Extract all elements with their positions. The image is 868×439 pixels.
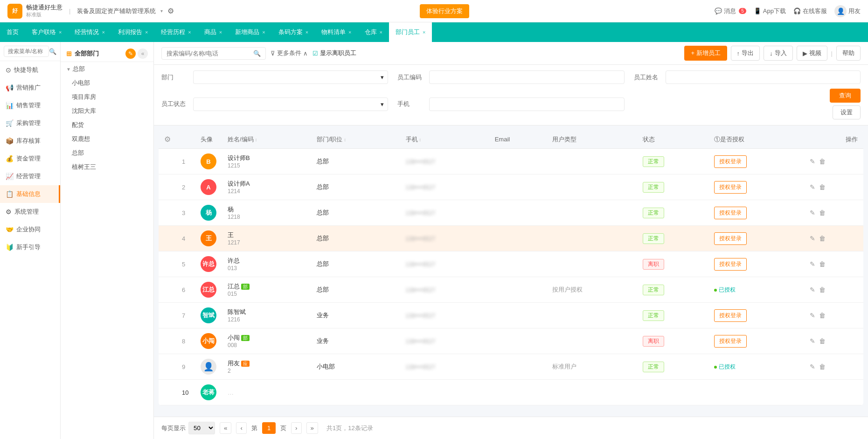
th-settings[interactable]: ⚙ xyxy=(159,130,176,149)
status-select[interactable]: ▾ xyxy=(193,98,388,111)
sidebar-item-sales[interactable]: 📊销售管理 xyxy=(0,97,60,114)
delete-icon[interactable]: 🗑 xyxy=(819,158,826,165)
edit-icon[interactable]: ✎ xyxy=(810,286,815,293)
sidebar-item-purchase[interactable]: 🛒采购管理 xyxy=(0,114,60,132)
auth-button[interactable]: 授权登录 xyxy=(714,335,747,348)
export-button[interactable]: ↑ 导出 xyxy=(731,46,760,61)
nav-close-icon[interactable]: × xyxy=(188,29,191,35)
sidebar-item-marketing[interactable]: 📢营销推广 xyxy=(0,79,60,97)
auth-button[interactable]: 授权登录 xyxy=(714,207,747,219)
more-filters-btn[interactable]: ⊽ 更多条件 ∧ xyxy=(271,49,308,57)
nav-item-部门员工[interactable]: 部门员工× xyxy=(389,22,432,42)
nav-close-icon[interactable]: × xyxy=(348,29,351,35)
auth-button[interactable]: 授权登录 xyxy=(714,232,747,245)
search-input[interactable] xyxy=(167,50,250,57)
tree-add-btn[interactable]: ✎ xyxy=(125,49,136,59)
sidebar-item-guide[interactable]: 🔰新手引导 xyxy=(0,238,60,256)
th-name[interactable]: 姓名/编码 xyxy=(222,130,311,149)
nav-item-经营历程[interactable]: 经营历程× xyxy=(154,22,197,42)
nav-close-icon[interactable]: × xyxy=(219,29,222,35)
th-phone[interactable]: 手机 xyxy=(400,130,489,149)
name-input[interactable] xyxy=(666,70,861,84)
nav-close-icon[interactable]: × xyxy=(423,29,425,35)
import-button[interactable]: ↓ 导入 xyxy=(764,46,793,61)
delete-icon[interactable]: 🗑 xyxy=(819,209,826,216)
system-title-arrow[interactable]: ▾ xyxy=(160,8,163,14)
nav-close-icon[interactable]: × xyxy=(102,29,104,35)
tree-node[interactable]: 配货 xyxy=(61,118,153,132)
add-employee-button[interactable]: + 新增员工 xyxy=(684,46,727,61)
delete-icon[interactable]: 🗑 xyxy=(819,235,826,242)
nav-item-经营情况[interactable]: 经营情况× xyxy=(68,22,111,42)
edit-icon[interactable]: ✎ xyxy=(810,337,815,345)
delete-icon[interactable]: 🗑 xyxy=(819,363,826,370)
delete-icon[interactable]: 🗑 xyxy=(819,260,826,268)
view-button[interactable]: ▶ 视频 xyxy=(797,46,827,61)
nav-item-新增商品[interactable]: 新增商品× xyxy=(229,22,271,42)
th-dept[interactable]: 部门/职位 xyxy=(311,130,400,149)
nav-item-条码方案[interactable]: 条码方案× xyxy=(272,22,315,42)
tree-collapse-btn[interactable]: « xyxy=(138,49,148,59)
edit-icon[interactable]: ✎ xyxy=(810,209,815,216)
nav-item-商品[interactable]: 商品× xyxy=(198,22,229,42)
code-input[interactable] xyxy=(429,70,624,84)
edit-icon[interactable]: ✎ xyxy=(810,235,815,242)
sidebar-item-inventory[interactable]: 📦库存核算 xyxy=(0,132,60,150)
settings-col-icon[interactable]: ⚙ xyxy=(164,135,171,143)
show-resigned-checkbox[interactable]: ☑ xyxy=(312,50,318,57)
edit-icon[interactable]: ✎ xyxy=(810,363,815,370)
tree-node[interactable]: ▼ 总部 xyxy=(61,62,153,76)
auth-button[interactable]: 授权登录 xyxy=(714,181,747,194)
sidebar-item-operation[interactable]: 📈经营管理 xyxy=(0,167,60,185)
tree-node[interactable]: 总部 xyxy=(61,146,153,160)
nav-item-首页[interactable]: 首页 xyxy=(0,22,25,42)
nav-item-利润报告[interactable]: 利润报告× xyxy=(111,22,154,42)
delete-icon[interactable]: 🗑 xyxy=(819,183,826,191)
first-page-btn[interactable]: « xyxy=(220,422,231,434)
sidebar-item-enterprise[interactable]: 🤝企业协同 xyxy=(0,221,60,238)
nav-close-icon[interactable]: × xyxy=(306,29,308,35)
nav-item-客户联络[interactable]: 客户联络× xyxy=(25,22,68,42)
tree-node[interactable]: 小电部 xyxy=(61,76,153,90)
auth-button[interactable]: 授权登录 xyxy=(714,155,747,168)
app-download-btn[interactable]: 📱 App下载 xyxy=(754,7,786,15)
sidebar-item-quick-nav[interactable]: ⊙快捷导航 xyxy=(0,61,60,79)
edit-icon[interactable]: ✎ xyxy=(810,158,815,165)
message-btn[interactable]: 💬 消息 5 xyxy=(715,7,746,15)
edit-icon[interactable]: ✎ xyxy=(810,260,815,268)
delete-icon[interactable]: 🗑 xyxy=(819,337,826,345)
nav-item-仓库[interactable]: 仓库× xyxy=(358,22,389,42)
prev-page-btn[interactable]: ‹ xyxy=(236,422,246,434)
delete-icon[interactable]: 🗑 xyxy=(819,312,826,319)
tree-node[interactable]: 沈阳大库 xyxy=(61,104,153,118)
tree-node[interactable]: 项目库房 xyxy=(61,90,153,104)
sidebar-item-capital[interactable]: 💰资金管理 xyxy=(0,150,60,167)
nav-close-icon[interactable]: × xyxy=(59,29,62,35)
nav-close-icon[interactable]: × xyxy=(145,29,148,35)
auth-button[interactable]: 授权登录 xyxy=(714,309,747,322)
auth-button[interactable]: 授权登录 xyxy=(714,258,747,271)
last-page-btn[interactable]: » xyxy=(306,422,318,434)
page-size-select[interactable]: 50 100 xyxy=(188,422,215,434)
trial-button[interactable]: 体验行业方案 xyxy=(420,4,469,18)
edit-icon[interactable]: ✎ xyxy=(810,312,815,319)
sidebar-item-system[interactable]: ⚙系统管理 xyxy=(0,203,60,221)
tree-node[interactable]: 双鹿想 xyxy=(61,132,153,146)
nav-close-icon[interactable]: × xyxy=(262,29,265,35)
query-button[interactable]: 查询 xyxy=(830,89,861,103)
delete-icon[interactable]: 🗑 xyxy=(819,286,826,293)
next-page-btn[interactable]: › xyxy=(291,422,301,434)
dept-select[interactable]: ▾ xyxy=(193,70,388,84)
nav-item-物料清单[interactable]: 物料清单× xyxy=(315,22,358,42)
phone-input[interactable] xyxy=(429,98,624,111)
show-resigned-toggle[interactable]: ☑ 显示离职员工 xyxy=(312,49,356,57)
help-button[interactable]: 帮助 xyxy=(836,46,861,61)
online-service-btn[interactable]: 🎧 在线客服 xyxy=(793,7,827,15)
sidebar-item-basic-info[interactable]: 📋基础信息 xyxy=(0,185,60,203)
sidebar-search-input[interactable] xyxy=(4,46,49,57)
setting-button[interactable]: 设置 xyxy=(833,105,861,119)
user-btn[interactable]: 👤 用友 xyxy=(834,5,861,17)
tree-node[interactable]: 植树王三 xyxy=(61,160,153,174)
settings-icon[interactable]: ⚙ xyxy=(167,7,174,15)
edit-icon[interactable]: ✎ xyxy=(810,183,815,191)
